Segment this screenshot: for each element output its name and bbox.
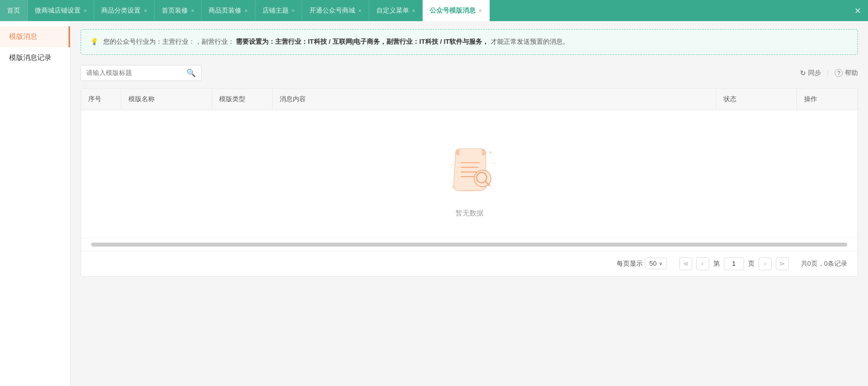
sidebar-item-template-record[interactable]: 模版消息记录 bbox=[0, 47, 70, 68]
last-page-button[interactable]: ⊳ bbox=[776, 257, 789, 270]
tab-category-label: 商品分类设置 bbox=[101, 6, 141, 15]
tab-custommenu[interactable]: 自定义菜单 × bbox=[369, 0, 423, 21]
tab-templatemsg-label: 公众号模版消息 bbox=[430, 6, 476, 15]
help-label: 帮助 bbox=[845, 68, 858, 78]
search-input[interactable] bbox=[81, 65, 181, 80]
notice-box: 💡 您的公众号行业为：主营行业：，副营行业： 需要设置为：主营行业：IT科技 /… bbox=[81, 29, 858, 55]
tab-home[interactable]: 首页 bbox=[0, 0, 28, 21]
horizontal-scrollbar[interactable] bbox=[91, 243, 847, 247]
page-size-value: 50 bbox=[649, 260, 656, 267]
chevron-down-icon: ∨ bbox=[659, 261, 662, 266]
tab-theme[interactable]: 店铺主题 × bbox=[255, 0, 302, 21]
svg-text:✦: ✦ bbox=[488, 149, 492, 155]
total-text: 共0页，0条记录 bbox=[801, 259, 847, 268]
svg-text:✦: ✦ bbox=[450, 163, 453, 167]
svg-text:✦: ✦ bbox=[492, 161, 495, 166]
tab-custommenu-label: 自定义菜单 bbox=[376, 6, 409, 15]
tab-templatemsg[interactable]: 公众号模版消息 × bbox=[423, 0, 489, 21]
notice-icon: 💡 bbox=[90, 38, 98, 45]
empty-illustration: ✦ ✦ ✦ bbox=[439, 140, 500, 201]
notice-text-prefix: 您的公众号行业为：主营行业：，副营行业： bbox=[103, 38, 234, 45]
help-button[interactable]: ? 帮助 bbox=[835, 68, 858, 78]
page-number-input[interactable] bbox=[724, 257, 744, 270]
table-header: 序号 模版名称 模版类型 消息内容 状态 操作 bbox=[81, 89, 857, 110]
tab-productpage[interactable]: 商品页装修 × bbox=[202, 0, 255, 21]
tab-templatemsg-close[interactable]: × bbox=[479, 8, 482, 14]
tab-weshop-label: 微商城店铺设置 bbox=[35, 6, 81, 15]
content-area: 💡 您的公众号行业为：主营行业：，副营行业： 需要设置为：主营行业：IT科技 /… bbox=[71, 21, 868, 386]
tab-productpage-label: 商品页装修 bbox=[209, 6, 241, 15]
page-unit: 页 bbox=[748, 259, 755, 268]
close-all-button[interactable]: ✕ bbox=[847, 6, 868, 16]
page-size-label: 每页显示 bbox=[617, 259, 643, 268]
tab-theme-close[interactable]: × bbox=[292, 8, 295, 14]
tab-theme-label: 店铺主题 bbox=[262, 6, 289, 15]
search-input-wrapper: 🔍 bbox=[81, 65, 202, 81]
tab-weshop-close[interactable]: × bbox=[84, 8, 87, 14]
tab-homepage-label: 首页装修 bbox=[162, 6, 188, 15]
tab-category[interactable]: 商品分类设置 × bbox=[94, 0, 154, 21]
tab-category-close[interactable]: × bbox=[144, 8, 147, 14]
pagination: 每页显示 50 ∨ ⊲ ‹ 第 页 › ⊳ 共0页，0条记录 bbox=[81, 251, 857, 276]
col-index: 序号 bbox=[81, 89, 121, 110]
sidebar-item-template-record-label: 模版消息记录 bbox=[9, 53, 51, 61]
col-status: 状态 bbox=[716, 89, 797, 110]
tab-openstore-label: 开通公众号商城 bbox=[309, 6, 355, 15]
page-size-selector: 每页显示 50 ∨ bbox=[617, 258, 666, 269]
data-table: 序号 模版名称 模版类型 消息内容 状态 操作 bbox=[81, 88, 858, 277]
tab-openstore-close[interactable]: × bbox=[358, 8, 361, 14]
col-content: 消息内容 bbox=[273, 89, 716, 110]
sidebar: 模版消息 模版消息记录 bbox=[0, 21, 71, 386]
tab-homepage[interactable]: 首页装修 × bbox=[155, 0, 202, 21]
tab-productpage-close[interactable]: × bbox=[244, 8, 247, 14]
tab-home-label: 首页 bbox=[7, 6, 20, 15]
page-size-dropdown[interactable]: 50 ∨ bbox=[645, 258, 666, 269]
search-button[interactable]: 🔍 bbox=[181, 65, 201, 81]
notice-text-suffix: 才能正常发送预置的消息。 bbox=[491, 38, 569, 45]
sidebar-item-template-msg-label: 模版消息 bbox=[9, 32, 37, 40]
sidebar-item-template-msg[interactable]: 模版消息 bbox=[0, 26, 70, 47]
tab-custommenu-close[interactable]: × bbox=[412, 8, 415, 14]
tab-homepage-close[interactable]: × bbox=[191, 8, 194, 14]
col-action: 操作 bbox=[797, 89, 857, 110]
first-page-button[interactable]: ⊲ bbox=[679, 257, 692, 270]
help-icon: ? bbox=[835, 69, 843, 77]
divider: | bbox=[827, 69, 829, 76]
prev-page-button[interactable]: ‹ bbox=[696, 257, 709, 270]
page-label: 第 bbox=[713, 259, 720, 268]
top-nav: 首页 微商城店铺设置 × 商品分类设置 × 首页装修 × 商品页装修 × 店铺主… bbox=[0, 0, 868, 21]
empty-state: ✦ ✦ ✦ 暂无数据 bbox=[81, 110, 857, 238]
tab-openstore[interactable]: 开通公众号商城 × bbox=[302, 0, 369, 21]
scrollbar-row bbox=[81, 238, 857, 251]
search-actions: ↻ 同步 | ? 帮助 bbox=[800, 68, 858, 78]
main-layout: 模版消息 模版消息记录 💡 您的公众号行业为：主营行业：，副营行业： 需要设置为… bbox=[0, 21, 868, 386]
sync-icon: ↻ bbox=[800, 69, 806, 77]
sync-button[interactable]: ↻ 同步 bbox=[800, 68, 821, 78]
sync-label: 同步 bbox=[808, 68, 821, 78]
col-type: 模版类型 bbox=[212, 89, 273, 110]
next-page-button[interactable]: › bbox=[759, 257, 772, 270]
search-bar: 🔍 ↻ 同步 | ? 帮助 bbox=[81, 65, 858, 81]
col-name: 模版名称 bbox=[121, 89, 212, 110]
empty-text: 暂无数据 bbox=[455, 209, 484, 218]
notice-highlight: 需要设置为：主营行业：IT科技 / 互联网|电子商务，副营行业：IT科技 / I… bbox=[236, 38, 489, 45]
tab-weshop[interactable]: 微商城店铺设置 × bbox=[28, 0, 94, 21]
